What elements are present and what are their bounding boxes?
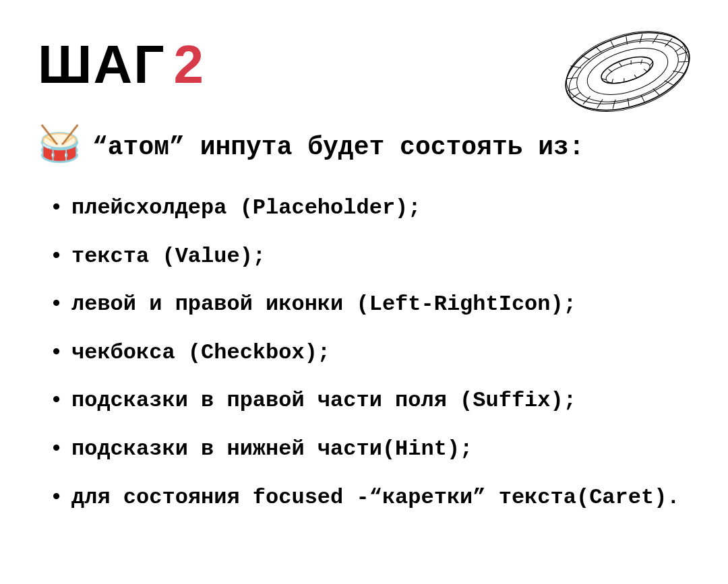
svg-line-25 — [610, 100, 617, 109]
svg-line-21 — [665, 79, 673, 88]
torus-icon — [557, 18, 698, 125]
list-item: подсказки в нижней части(Hint); — [44, 435, 690, 463]
svg-line-19 — [678, 59, 688, 65]
svg-line-14 — [637, 34, 644, 44]
list-item: для состояния focused -“каретки” текста(… — [44, 484, 690, 512]
list-item: текста (Value); — [44, 242, 690, 271]
items-list: плейсхолдера (Placeholder); текста (Valu… — [44, 194, 690, 511]
subtitle-row: 🥁 “атом” инпута будет состоять из: — [38, 129, 690, 164]
svg-line-17 — [674, 46, 684, 52]
subtitle-text: “атом” инпута будет состоять из: — [92, 133, 584, 162]
drum-icon: 🥁 — [38, 129, 82, 164]
title-word: ШАГ — [38, 34, 166, 94]
list-item: левой и правой иконки (Left-RightIcon); — [44, 290, 690, 319]
slide: ШАГ2 — [0, 0, 728, 584]
list-item: подсказки в правой части поля (Suffix); — [44, 387, 690, 415]
list-item: плейсхолдера (Placeholder); — [44, 194, 690, 222]
svg-point-5 — [598, 52, 656, 89]
list-item: чекбокса (Checkbox); — [44, 339, 690, 367]
title-number: 2 — [174, 34, 206, 94]
